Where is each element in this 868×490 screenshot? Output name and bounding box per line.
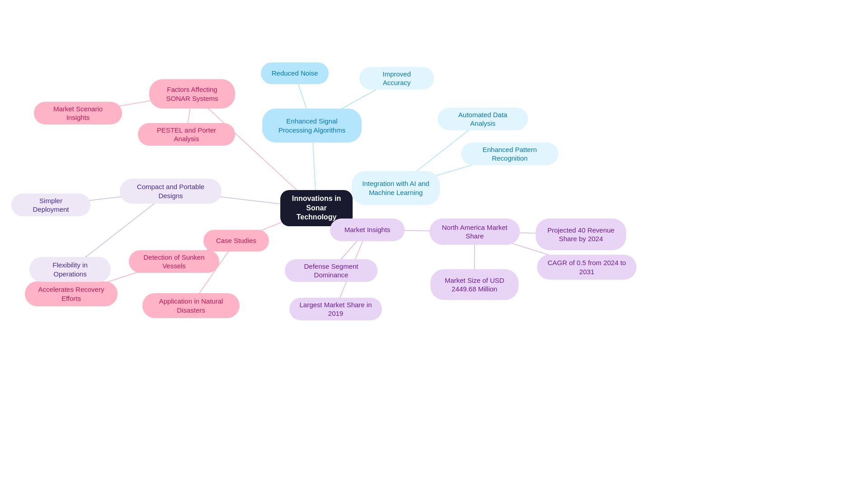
- market-scenario-label: Market Scenario Insights: [43, 105, 113, 122]
- north-america-label: North America Market Share: [439, 223, 511, 241]
- integration-ai-node: Integration with AI and Machine Learning: [352, 171, 440, 205]
- enhanced-signal-label: Enhanced Signal Processing Algorithms: [271, 117, 353, 134]
- cagr-node: CAGR of 0.5 from 2024 to 2031: [537, 255, 637, 280]
- center-label: Innovations in Sonar Technology: [289, 194, 344, 222]
- accelerates-label: Accelerates Recovery Efforts: [34, 285, 108, 303]
- integration-ai-label: Integration with AI and Machine Learning: [361, 179, 431, 197]
- pestel-label: PESTEL and Porter Analysis: [147, 126, 226, 143]
- simpler-deployment-label: Simpler Deployment: [20, 196, 81, 214]
- application-label: Application in Natural Disasters: [151, 297, 231, 314]
- enhanced-pattern-node: Enhanced Pattern Recognition: [461, 143, 558, 165]
- case-studies-node: Case Studies: [203, 230, 269, 252]
- accelerates-node: Accelerates Recovery Efforts: [25, 281, 118, 306]
- application-node: Application in Natural Disasters: [142, 293, 240, 318]
- case-studies-label: Case Studies: [216, 236, 256, 245]
- detection-label: Detection of Sunken Vessels: [138, 253, 210, 271]
- detection-node: Detection of Sunken Vessels: [129, 250, 219, 273]
- automated-data-label: Automated Data Analysis: [447, 110, 519, 128]
- compact-portable-label: Compact and Portable Designs: [129, 182, 212, 200]
- improved-accuracy-label: Improved Accuracy: [368, 70, 425, 87]
- flexibility-label: Flexibility in Operations: [38, 261, 102, 278]
- compact-portable-node: Compact and Portable Designs: [120, 179, 222, 204]
- projected-revenue-label: Projected 40 Revenue Share by 2024: [545, 226, 617, 243]
- factors-affecting-node: Factors Affecting SONAR Systems: [149, 79, 235, 109]
- defense-segment-label: Defense Segment Dominance: [294, 262, 368, 280]
- reduced-noise-node: Reduced Noise: [261, 62, 329, 84]
- north-america-node: North America Market Share: [429, 219, 520, 245]
- largest-market-label: Largest Market Share in 2019: [298, 300, 373, 318]
- defense-segment-node: Defense Segment Dominance: [285, 259, 377, 282]
- largest-market-node: Largest Market Share in 2019: [289, 298, 382, 320]
- enhanced-pattern-label: Enhanced Pattern Recognition: [470, 145, 549, 163]
- factors-affecting-label: Factors Affecting SONAR Systems: [158, 85, 226, 103]
- market-scenario-node: Market Scenario Insights: [34, 102, 122, 124]
- automated-data-node: Automated Data Analysis: [438, 108, 528, 130]
- cagr-label: CAGR of 0.5 from 2024 to 2031: [546, 258, 627, 276]
- market-size-node: Market Size of USD 2449.68 Million: [430, 269, 519, 300]
- flexibility-node: Flexibility in Operations: [29, 257, 111, 282]
- improved-accuracy-node: Improved Accuracy: [359, 67, 434, 90]
- market-insights-label: Market Insights: [344, 225, 391, 234]
- reduced-noise-label: Reduced Noise: [272, 69, 318, 78]
- market-insights-node: Market Insights: [330, 219, 405, 241]
- pestel-node: PESTEL and Porter Analysis: [138, 123, 235, 146]
- projected-revenue-node: Projected 40 Revenue Share by 2024: [536, 219, 626, 250]
- market-size-label: Market Size of USD 2449.68 Million: [439, 276, 509, 294]
- simpler-deployment-node: Simpler Deployment: [11, 194, 90, 216]
- enhanced-signal-node: Enhanced Signal Processing Algorithms: [262, 109, 362, 143]
